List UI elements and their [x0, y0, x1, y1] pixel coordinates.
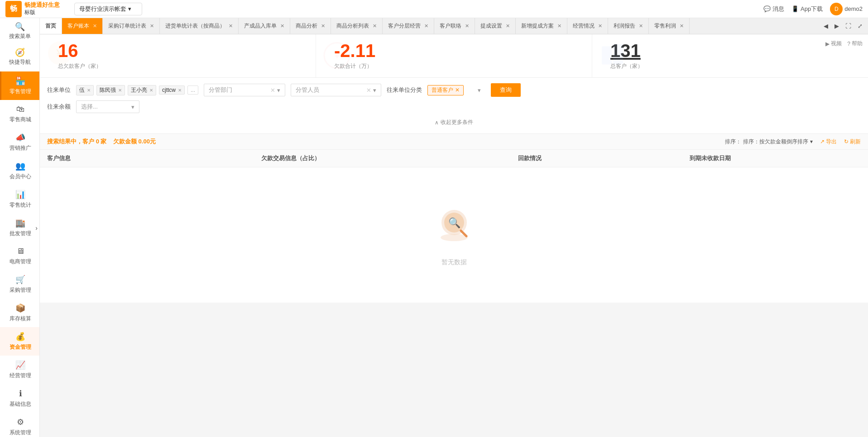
filter-unit-tags: 伍 ✕ 陈民强 ✕ 王小亮 ✕ cjttcw ✕ [76, 85, 198, 95]
unit-type-arrow-icon: ▾ [478, 87, 481, 94]
refresh-btn[interactable]: ↻ 刷新 [844, 138, 861, 146]
sidebar-item-retail-stats[interactable]: 📊 零售统计 [0, 185, 39, 214]
tab-product-analysis[interactable]: 商品分析 ✕ [290, 18, 331, 34]
sidebar-item-member[interactable]: 👥 会员中心 [0, 157, 39, 185]
dept-clear-icon[interactable]: ✕ [270, 87, 275, 94]
query-button[interactable]: 查询 [491, 83, 521, 97]
tab-product-import[interactable]: 产成品入库单 ✕ [239, 18, 290, 34]
tab-expand-btn[interactable]: ⛶ [843, 23, 854, 29]
svg-text:✦: ✦ [333, 51, 341, 61]
filter-more-tags[interactable]: ... [187, 86, 198, 95]
tab-improve-settings[interactable]: 提成设置 ✕ [475, 18, 516, 34]
results-bar: 搜索结果中，客户 0 家 欠款金额 0.00元 排序： 排序：按欠款金额倒序排序… [40, 134, 868, 150]
unit-type-select[interactable]: ▾ [467, 85, 485, 95]
sidebar-item-retail-mall[interactable]: 🛍 零售商城 [0, 100, 39, 128]
person-clear-icon[interactable]: ✕ [366, 87, 371, 94]
sidebar-item-ecommerce[interactable]: 🖥 电商管理 [0, 242, 39, 270]
tab-close-product-import[interactable]: ✕ [280, 23, 284, 29]
org-selector[interactable]: 母婴行业演示帐套 ▾ [74, 3, 142, 15]
tab-home[interactable]: 首页 [40, 18, 62, 34]
sidebar-item-finance[interactable]: 💰 资金管理 [0, 327, 39, 356]
tab-next-btn[interactable]: ▶ [832, 23, 842, 29]
dept-arrow-icon: ▾ [277, 87, 280, 94]
sidebar-item-basic-info[interactable]: ℹ 基础信息 [0, 384, 39, 413]
tab-close-product-analysis[interactable]: ✕ [321, 23, 325, 29]
tab-close-customer-contact[interactable]: ✕ [465, 23, 469, 29]
help-btn[interactable]: ? 帮助 [847, 40, 863, 48]
purchase-icon: 🛒 [15, 275, 25, 285]
tab-customer-contact[interactable]: 客户联络 ✕ [434, 18, 475, 34]
sidebar-item-retail-mgmt[interactable]: 🏪 零售管理 [0, 71, 39, 100]
message-btn[interactable]: 💬 消息 [763, 5, 784, 13]
sidebar-item-wholesale[interactable]: 🏬 批发管理 [0, 214, 39, 242]
tab-retail-profit[interactable]: 零售利润 ✕ [649, 18, 690, 34]
tab-close-product-analysis-list[interactable]: ✕ [373, 23, 377, 29]
top-actions: 💬 消息 📱 App下载 D demo2 [763, 3, 863, 15]
svg-text:¥: ¥ [56, 46, 63, 60]
main-layout: 🔍 搜索菜单 🧭 快捷导航 🏪 零售管理 🛍 零售商城 📣 营销推广 👥 会员中… [0, 18, 868, 437]
ecommerce-icon: 🖥 [16, 247, 24, 256]
tab-new-improve-plan[interactable]: 新增提成方案 ✕ [516, 18, 567, 34]
tab-prev-btn[interactable]: ◀ [821, 23, 831, 29]
tab-product-analysis-list[interactable]: 商品分析列表 ✕ [331, 18, 383, 34]
sidebar-item-sys-mgmt[interactable]: ⚙ 系统管理 [0, 413, 39, 437]
filter-tag-chen[interactable]: 陈民强 ✕ [96, 85, 125, 95]
tab-close-purchase-order[interactable]: ✕ [150, 23, 154, 29]
person-filter-select[interactable]: 分管人员 ✕ ▾ [291, 84, 381, 96]
sidebar-search-btn[interactable]: 🔍 搜索菜单 [0, 18, 39, 44]
tab-purchase-order-stats[interactable]: 采购订单统计表 ✕ [103, 18, 160, 34]
user-profile[interactable]: D demo2 [830, 3, 863, 15]
tab-close-retail-profit[interactable]: ✕ [680, 23, 684, 29]
play-icon: ▶ [825, 41, 830, 47]
filter-tag-wang[interactable]: 王小亮 ✕ [128, 85, 156, 95]
app-logo-icon: 畅 [5, 1, 22, 17]
tab-close-ops-situation[interactable]: ✕ [598, 23, 602, 29]
filter-tag-cjttcw[interactable]: cjttcw ✕ [159, 86, 185, 95]
sidebar-item-marketing[interactable]: 📣 营销推广 [0, 128, 39, 157]
video-btn[interactable]: ▶ 视频 [825, 40, 842, 48]
unit-type-tag-close[interactable]: ✕ [455, 87, 460, 93]
tab-close-import-stats[interactable]: ✕ [229, 23, 233, 29]
filter-row-1: 往来单位 伍 ✕ 陈民强 ✕ 王小亮 ✕ [47, 83, 861, 97]
sidebar-item-inventory[interactable]: 📦 库存核算 [0, 299, 39, 327]
phone-icon: 📱 [791, 5, 799, 12]
empty-state: 🔍 暂无数据 [40, 167, 868, 303]
filter-tag-wu[interactable]: 伍 ✕ [76, 85, 94, 95]
tab-import-stats[interactable]: 进货单统计表（按商品） ✕ [160, 18, 239, 34]
page-content: ¥ 16 总欠款客户（家） ✦ -2.11 欠款合计（万） [40, 34, 868, 437]
collapse-row: ∧ 收起更多条件 [47, 117, 861, 128]
tab-close-profit-report[interactable]: ✕ [639, 23, 643, 29]
filter-unit-type-tag[interactable]: 普通客户 ✕ [427, 85, 464, 95]
quick-nav-btn[interactable]: 🧭 快捷导航 [0, 44, 39, 70]
sidebar-item-ops[interactable]: 📈 经营管理 [0, 356, 39, 384]
sidebar-item-purchase[interactable]: 🛒 采购管理 [0, 270, 39, 299]
tab-close-customer-accounts[interactable]: ✕ [93, 23, 97, 29]
tab-customer-accounts[interactable]: 客户账本 ✕ [62, 18, 103, 34]
balance-filter-select[interactable]: 选择... ▾ [76, 100, 139, 113]
tab-close-customer-segment[interactable]: ✕ [424, 23, 428, 29]
tab-profit-report[interactable]: 利润报告 ✕ [608, 18, 649, 34]
app-download-btn[interactable]: 📱 App下载 [791, 5, 823, 13]
logo-text: 畅捷通好生意 标版 [24, 1, 60, 16]
export-btn[interactable]: ↗ 导出 [820, 138, 837, 146]
tag-wu-close[interactable]: ✕ [87, 88, 91, 93]
tag-wang-close[interactable]: ✕ [149, 88, 153, 93]
dept-filter-select[interactable]: 分管部门 ✕ ▾ [204, 84, 285, 96]
gear-icon: ⚙ [17, 417, 24, 427]
filter-section: 往来单位 伍 ✕ 陈民强 ✕ 王小亮 ✕ [40, 78, 868, 134]
tab-customer-segment[interactable]: 客户分层经营 ✕ [383, 18, 434, 34]
sort-select[interactable]: 排序： 排序：按欠款金额倒序排序 ▾ [725, 138, 813, 146]
tag-chen-close[interactable]: ✕ [118, 88, 122, 93]
svg-rect-4 [602, 46, 612, 64]
tab-fullscreen-btn[interactable]: ⤢ [855, 23, 865, 29]
tab-close-new-improve-plan[interactable]: ✕ [557, 23, 561, 29]
top-bar: 畅 畅捷通好生意 标版 母婴行业演示帐套 ▾ 💬 消息 📱 App下载 D de… [0, 0, 868, 18]
table-header: 客户信息 欠款交易信息（占比） 回款情况 到期未收款日期 [40, 150, 868, 167]
col-header-date: 到期未收款日期 [690, 154, 861, 162]
finance-icon: 💰 [15, 332, 25, 342]
collapse-btn[interactable]: ∧ 收起更多条件 [429, 117, 479, 128]
tag-cjttcw-close[interactable]: ✕ [178, 88, 182, 93]
member-icon: 👥 [15, 161, 25, 171]
tab-ops-situation[interactable]: 经营情况 ✕ [567, 18, 608, 34]
tab-close-improve-settings[interactable]: ✕ [506, 23, 510, 29]
